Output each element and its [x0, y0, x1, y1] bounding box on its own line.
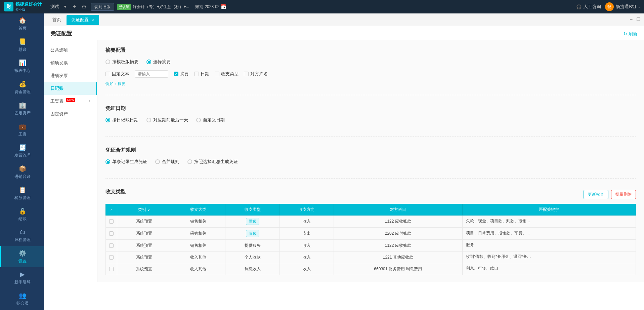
sidebar-item-close[interactable]: 🔒 结账	[0, 204, 44, 225]
radio-journal-date-circle	[105, 118, 110, 122]
sidebar-label-member: 畅会员	[16, 301, 29, 306]
left-nav-public[interactable]: 公共选项	[44, 44, 97, 56]
refresh-button[interactable]: ↻ 刷新	[624, 31, 637, 37]
sidebar-item-funds[interactable]: 💰 资金管理	[0, 77, 44, 98]
checkbox-fixed-text-box	[105, 72, 110, 76]
tab-voucher-config[interactable]: 凭证配置 ×	[67, 15, 99, 25]
left-nav-fixed-assets[interactable]: 固定资产	[44, 108, 97, 120]
batch-delete-button[interactable]: 批量删除	[611, 190, 636, 199]
summary-section: 摘要配置 按模板版摘要 选择摘要	[105, 47, 636, 95]
sort-icon[interactable]: ∨	[147, 207, 150, 212]
checkbox-type[interactable]: 收支类型	[215, 71, 239, 77]
select-all-checkbox[interactable]: ✓	[109, 207, 114, 212]
col-checkbox: ✓	[106, 204, 117, 216]
left-nav-sale-invoice[interactable]: 销项发票	[44, 56, 97, 69]
radio-merge-rule-label: 合并规则	[162, 159, 179, 165]
sidebar-item-reports[interactable]: 📊 报表中心	[0, 56, 44, 77]
sidebar-item-settings[interactable]: ⚙️ 设置	[0, 246, 44, 267]
merge-title: 凭证合并规则	[105, 147, 636, 153]
period-label: 账期	[195, 4, 203, 10]
switch-version-button[interactable]: 切到旧版	[91, 3, 114, 11]
period-value: 2023-02	[205, 4, 219, 9]
merge-radio-group: 单条记录生成凭证 合并规则 按照选择汇总生成凭证	[105, 159, 636, 165]
consult-btn[interactable]: 🎧 人工咨询	[576, 4, 601, 10]
tab-close-icon[interactable]: ×	[92, 17, 94, 22]
radio-select[interactable]: 选择摘要	[146, 59, 171, 65]
assets-icon: 🏢	[19, 102, 26, 109]
checkbox-fixed-text[interactable]: 固定文本	[105, 71, 129, 77]
page-content: 凭证配置 ↻ 刷新 公共选项 销项发票 进项发票 日记账 工资表 NEW ›	[44, 26, 644, 310]
new-badge: NEW	[66, 98, 75, 102]
row-checkbox-1[interactable]	[109, 231, 114, 236]
reset-btn-1[interactable]: 置顶	[246, 230, 259, 237]
checkbox-date-box	[194, 72, 199, 76]
invoice-icon: 🧾	[19, 144, 26, 151]
left-nav-purchase-invoice[interactable]: 进项发票	[44, 69, 97, 82]
table-row: 系统预置销售相关重顶收入1122 应收账款欠款、现金、项目款、到款、报销款、汇入…	[106, 216, 636, 228]
username-label: 畅捷通B组...	[616, 4, 640, 10]
dropdown-arrow-icon[interactable]: ▼	[63, 4, 67, 9]
checkbox-summary[interactable]: ✓ 摘要	[174, 71, 189, 77]
date-title: 凭证日期	[105, 105, 636, 112]
radio-single[interactable]: 单条记录生成凭证	[105, 159, 147, 165]
left-nav-journal[interactable]: 日记账	[44, 82, 97, 95]
sidebar-item-archive[interactable]: 🗂 归档管理	[0, 225, 44, 246]
settings-button[interactable]: ⚙	[80, 2, 88, 11]
minimize-icon[interactable]: －	[629, 16, 634, 23]
row-checkbox-2[interactable]	[109, 243, 114, 248]
radio-last-day[interactable]: 对应期间最后一天	[146, 117, 188, 123]
sidebar-label-ledger: 总账	[18, 47, 27, 52]
radio-summary-gen[interactable]: 按照选择汇总生成凭证	[187, 159, 238, 165]
reset-btn-0[interactable]: 重顶	[246, 218, 259, 225]
checkbox-type-box	[215, 72, 219, 76]
update-button[interactable]: 更新权查	[584, 190, 608, 199]
radio-template[interactable]: 按模板版摘要	[105, 59, 138, 65]
fixed-text-input[interactable]	[135, 70, 168, 78]
row-checkbox-0[interactable]	[109, 219, 114, 224]
income-title: 收支类型	[105, 189, 126, 195]
sidebar-item-member[interactable]: 👥 畅会员	[0, 288, 44, 310]
refresh-label: 刷新	[629, 31, 637, 37]
sidebar-item-assets[interactable]: 🏢 固定资产	[0, 98, 44, 119]
checkbox-date[interactable]: 日期	[194, 71, 209, 77]
radio-journal-date[interactable]: 按日记账日期	[105, 117, 138, 123]
ledger-icon: 📒	[19, 38, 26, 45]
sidebar-label-settings: 设置	[18, 258, 27, 264]
col-direction: 收支方向	[280, 204, 334, 216]
sidebar-item-guide[interactable]: ▶ 新手引导	[0, 267, 44, 288]
add-button[interactable]: +	[71, 3, 78, 11]
calendar-icon[interactable]: 📅	[221, 4, 226, 9]
radio-merge-rule[interactable]: 合并规则	[155, 159, 179, 165]
archive-icon: 🗂	[19, 229, 26, 236]
sidebar-item-home[interactable]: 🏠 首页	[0, 13, 44, 35]
sidebar-label-salary: 工资	[18, 131, 27, 137]
checkbox-summary-box: ✓	[174, 72, 178, 76]
consult-label: 人工咨询	[584, 4, 601, 10]
checkbox-counterparty[interactable]: 对方户名	[244, 71, 268, 77]
expand-arrow-icon[interactable]: ›	[89, 98, 90, 103]
settings-icon: ⚙️	[19, 249, 26, 257]
cell-category: 系统预置	[117, 263, 171, 275]
row-checkbox-3[interactable]	[109, 255, 114, 260]
table-row: 系统预置销售相关提供服务收入1122 应收账款服务	[106, 240, 636, 251]
cell-subject: 1122 应收账款	[334, 216, 462, 228]
row-checkbox-4[interactable]	[109, 267, 114, 271]
maximize-icon[interactable]: □	[637, 16, 640, 23]
radio-custom-date-circle	[196, 118, 201, 122]
left-nav-payroll[interactable]: 工资表 NEW ›	[44, 95, 97, 108]
sidebar-item-salary[interactable]: 💼 工资	[0, 119, 44, 141]
sidebar-item-tax[interactable]: 📋 税务管理	[0, 183, 44, 204]
sidebar-item-purchase[interactable]: 📦 进销台账	[0, 162, 44, 183]
checkbox-type-label: 收支类型	[221, 71, 239, 77]
cell-category: 系统预置	[117, 240, 171, 251]
radio-summary-gen-label: 按照选择汇总生成凭证	[194, 159, 238, 165]
tab-home[interactable]: 首页	[48, 15, 66, 25]
user-menu[interactable]: 畅 畅捷通B组...	[605, 2, 640, 11]
cell-subject: 2202 应付账款	[334, 228, 462, 240]
radio-custom-date[interactable]: 自定义日期	[196, 117, 225, 123]
sidebar-item-ledger[interactable]: 📒 总账	[0, 35, 44, 56]
summary-radio-group: 按模板版摘要 选择摘要	[105, 59, 636, 65]
sidebar-label-funds: 资金管理	[14, 89, 31, 95]
sidebar-item-invoice[interactable]: 🧾 发票管理	[0, 141, 44, 162]
radio-summary-gen-circle	[187, 159, 192, 164]
